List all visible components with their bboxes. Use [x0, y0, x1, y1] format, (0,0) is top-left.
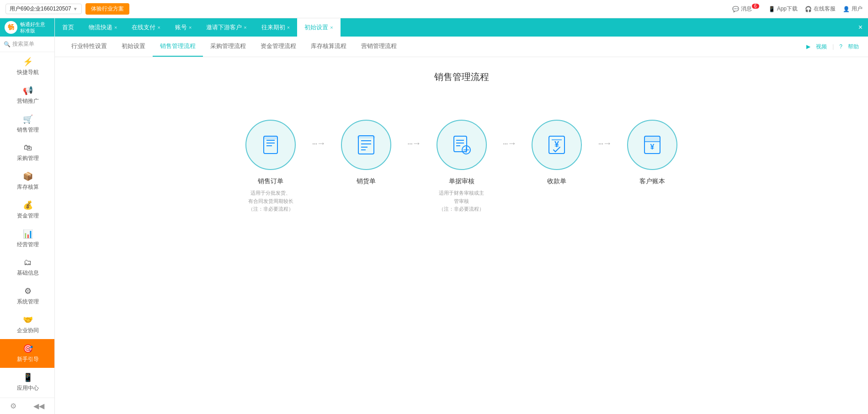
- flow-step-customer-ledger: ¥ 客户账本: [611, 120, 693, 189]
- online-service-item[interactable]: 🎧 在线客服: [805, 5, 836, 13]
- app-download-item[interactable]: 📱 App下载: [768, 5, 798, 13]
- main-content: 行业特性设置 初始设置 销售管理流程 采购管理流程 资金管理流程 库存核算流程 …: [55, 37, 868, 414]
- flow-step-title: 单据审核: [449, 177, 474, 186]
- svg-rect-22: [644, 136, 660, 142]
- sidebar-logo: 畅 畅通好生意 标准版: [0, 18, 54, 37]
- sub-tab-marketing-flow[interactable]: 营销管理流程: [354, 37, 404, 57]
- sub-tab-capital-flow[interactable]: 资金管理流程: [253, 37, 304, 57]
- sidebar-item-finance-mgmt[interactable]: 💰 资金管理: [0, 196, 54, 224]
- message-item[interactable]: 💬 消息 6: [732, 5, 761, 13]
- sidebar-item-label: 系统管理: [17, 298, 39, 306]
- nav-tab-logistics[interactable]: 物流快递 ×: [81, 18, 124, 37]
- sub-tab-inventory-flow[interactable]: 库存核算流程: [304, 37, 354, 57]
- flow-step-desc: 适用于分批发货、有合同发货周期较长（注：非必要流程）: [248, 189, 293, 213]
- sidebar-item-label: 采购管理: [17, 154, 39, 162]
- sidebar-item-label: 销售管理: [17, 126, 39, 134]
- sub-tabs-right: ▶ 视频 | ? 帮助: [806, 43, 859, 51]
- sidebar-item-marketing-promo[interactable]: 📢 营销推广: [0, 81, 54, 110]
- nav-tab-period[interactable]: 往来期初 ×: [254, 18, 297, 37]
- flow-circle-receipt: ¥: [532, 120, 582, 170]
- header-right: 💬 消息 6 📱 App下载 🎧 在线客服 👤 用户: [732, 5, 863, 13]
- sub-tab-sales-flow[interactable]: 销售管理流程: [153, 37, 203, 57]
- sidebar-item-label: 基础信息: [17, 269, 39, 277]
- flow-step-receipt: ¥ 收款单: [516, 120, 598, 189]
- tab-close-icon[interactable]: ×: [157, 25, 160, 30]
- sidebar-item-ops-mgmt[interactable]: 📊 经营管理: [0, 224, 54, 253]
- nav-tab-payment[interactable]: 在线支付 ×: [124, 18, 167, 37]
- customer-ledger-icon: ¥: [641, 133, 664, 156]
- sidebar-item-label: 应用中心: [17, 384, 39, 392]
- nav-tab-home[interactable]: 首页: [55, 18, 81, 37]
- help-icon: ?: [839, 43, 842, 50]
- inventory-icon: 📦: [23, 171, 33, 181]
- flow-arrow-2: ···→: [407, 120, 421, 149]
- user-label: 用户: [852, 5, 863, 13]
- online-service-label: 在线客服: [814, 5, 836, 13]
- sidebar-item-basic-info[interactable]: 🗂 基础信息: [0, 253, 54, 281]
- flow-circle-sales-invoice: [341, 120, 391, 170]
- nav-tab-account[interactable]: 账号 ×: [168, 18, 199, 37]
- sub-tab-purchase-flow[interactable]: 采购管理流程: [203, 37, 253, 57]
- sidebar-item-inventory[interactable]: 📦 库存核算: [0, 167, 54, 196]
- trial-button[interactable]: 体验行业方案: [85, 3, 129, 15]
- sidebar-item-quick-nav[interactable]: ⚡ 快捷导航: [0, 52, 54, 81]
- flow-step-desc: 适用于财务审核或主管审核（注：非必要流程）: [439, 189, 484, 213]
- sidebar-item-label: 快捷导航: [17, 69, 39, 76]
- search-icon: 🔍: [4, 41, 11, 48]
- settings-icon[interactable]: ⚙: [10, 402, 16, 410]
- sales-mgmt-icon: 🛒: [23, 114, 33, 124]
- sidebar-item-new-guide[interactable]: 🎯 新手引导: [0, 339, 54, 368]
- flow-step-title: 客户账本: [639, 177, 665, 186]
- sidebar-search[interactable]: 🔍 搜索菜单: [0, 37, 54, 52]
- sub-tab-initial-setup[interactable]: 初始设置: [114, 37, 153, 57]
- user-item[interactable]: 👤 用户: [843, 5, 863, 13]
- sidebar-item-corp-collab[interactable]: 🤝 企业协同: [0, 310, 54, 339]
- sys-mgmt-icon: ⚙: [24, 286, 32, 296]
- flow-circle-customer-ledger: ¥: [627, 120, 677, 170]
- message-label: 消息: [741, 5, 752, 13]
- sidebar-item-label: 经营管理: [17, 241, 39, 249]
- help-label[interactable]: 帮助: [848, 43, 859, 51]
- video-label[interactable]: 视频: [816, 43, 827, 51]
- sidebar: 畅 畅通好生意 标准版 🔍 搜索菜单 ⚡ 快捷导航 📢 营销推广 🛒 销售管理 …: [0, 18, 55, 414]
- sidebar-item-app-center[interactable]: 📱 应用中心: [0, 368, 54, 397]
- headset-icon: 🎧: [805, 6, 812, 12]
- svg-text:¥: ¥: [554, 140, 559, 149]
- flow-arrow-3: ···→: [503, 120, 516, 149]
- close-all-tabs-button[interactable]: ×: [853, 23, 868, 32]
- purchase-mgmt-icon: 🛍: [24, 143, 32, 153]
- message-icon: 💬: [732, 6, 739, 12]
- flow-circle-doc-review: [437, 120, 487, 170]
- sidebar-item-sales-mgmt[interactable]: 🛒 销售管理: [0, 110, 54, 138]
- tab-close-icon[interactable]: ×: [287, 25, 290, 30]
- nav-tab-label: 邀请下游客户: [206, 23, 242, 32]
- user-selector[interactable]: 用户690企业1660120507 ▼: [5, 4, 82, 14]
- tab-close-icon[interactable]: ×: [189, 25, 192, 30]
- svg-text:¥: ¥: [650, 143, 654, 151]
- message-badge: 6: [752, 4, 759, 9]
- search-label: 搜索菜单: [12, 40, 34, 48]
- sub-tab-industry[interactable]: 行业特性设置: [64, 37, 114, 57]
- sidebar-item-purchase-mgmt[interactable]: 🛍 采购管理: [0, 138, 54, 167]
- content-area: 销售管理流程 销售订单 适用于分批发货、有合同发货周期较长（注：非必要流程）: [55, 57, 868, 236]
- nav-tabs: 首页 物流快递 × 在线支付 × 账号 × 邀请下游客户 × 往来期初 × 初始…: [55, 18, 868, 37]
- basic-info-icon: 🗂: [24, 258, 32, 267]
- sidebar-item-label: 库存核算: [17, 183, 39, 191]
- sidebar-item-label: 新手引导: [17, 356, 39, 363]
- sidebar-item-label: 资金管理: [17, 212, 39, 220]
- tab-close-icon[interactable]: ×: [330, 25, 333, 30]
- sidebar-item-sys-mgmt[interactable]: ⚙ 系统管理: [0, 281, 54, 310]
- nav-tab-label: 账号: [175, 23, 187, 32]
- logo-text: 畅通好生意 标准版: [20, 21, 45, 34]
- nav-tab-invite[interactable]: 邀请下游客户 ×: [199, 18, 254, 37]
- nav-tab-init[interactable]: 初始设置 ×: [297, 18, 340, 37]
- header-left: 用户690企业1660120507 ▼ 体验行业方案: [5, 3, 129, 15]
- collapse-icon[interactable]: ◀◀: [33, 402, 44, 410]
- video-icon: ▶: [806, 43, 810, 50]
- flow-step-sales-invoice: 销货单: [325, 120, 407, 189]
- tab-close-icon[interactable]: ×: [244, 25, 246, 30]
- tab-close-icon[interactable]: ×: [114, 25, 117, 30]
- top-header: 用户690企业1660120507 ▼ 体验行业方案 💬 消息 6 📱 App下…: [0, 0, 868, 18]
- flow-step-title: 销货单: [357, 177, 376, 186]
- nav-tab-label: 往来期初: [261, 23, 285, 32]
